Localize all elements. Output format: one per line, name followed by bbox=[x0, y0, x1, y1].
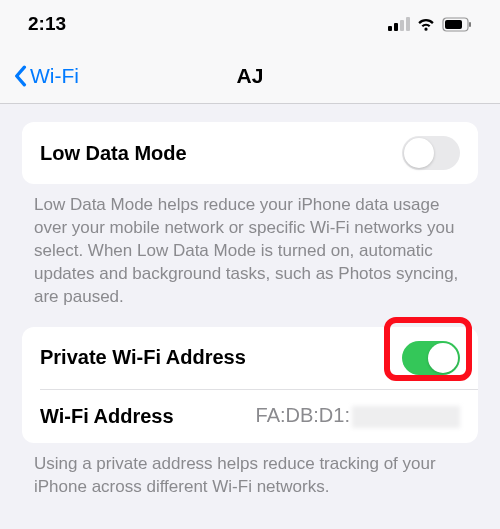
wifi-icon bbox=[416, 17, 436, 32]
toggle-knob bbox=[404, 138, 434, 168]
svg-rect-2 bbox=[469, 22, 471, 27]
toggle-knob bbox=[428, 343, 458, 373]
status-icons bbox=[388, 17, 472, 32]
cellular-signal-icon bbox=[388, 17, 410, 31]
page-title: AJ bbox=[237, 64, 264, 88]
chevron-left-icon bbox=[12, 65, 28, 87]
section-private-address: Private Wi-Fi Address Wi-Fi Address FA:D… bbox=[22, 327, 478, 443]
section-low-data-mode: Low Data Mode bbox=[22, 122, 478, 184]
status-time: 2:13 bbox=[28, 13, 66, 35]
low-data-mode-toggle[interactable] bbox=[402, 136, 460, 170]
row-label: Wi-Fi Address bbox=[40, 405, 174, 428]
row-label: Low Data Mode bbox=[40, 142, 187, 165]
row-wifi-address: Wi-Fi Address FA:DB:D1: bbox=[40, 389, 478, 443]
private-wifi-address-toggle[interactable] bbox=[402, 341, 460, 375]
back-button[interactable]: Wi-Fi bbox=[12, 64, 79, 88]
section-footer-private-address: Using a private address helps reduce tra… bbox=[0, 443, 500, 517]
row-low-data-mode[interactable]: Low Data Mode bbox=[22, 122, 478, 184]
row-private-wifi-address[interactable]: Private Wi-Fi Address bbox=[22, 327, 478, 389]
battery-icon bbox=[442, 17, 472, 32]
back-label: Wi-Fi bbox=[30, 64, 79, 88]
row-label: Private Wi-Fi Address bbox=[40, 346, 246, 369]
content: Low Data Mode Low Data Mode helps reduce… bbox=[0, 104, 500, 517]
status-bar: 2:13 bbox=[0, 0, 500, 48]
redacted-address bbox=[352, 406, 460, 428]
wifi-address-value: FA:DB:D1: bbox=[256, 404, 460, 428]
svg-rect-1 bbox=[445, 20, 462, 29]
nav-bar: Wi-Fi AJ bbox=[0, 48, 500, 104]
section-footer-low-data: Low Data Mode helps reduce your iPhone d… bbox=[0, 184, 500, 327]
